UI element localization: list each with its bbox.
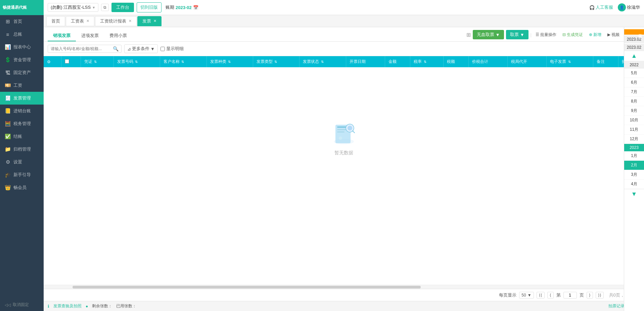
grid-icon[interactable]: ⊞ [466, 32, 471, 38]
month-2022-08[interactable]: 8月 [624, 97, 644, 106]
topbar-right: 🎧 人工客服 👤 徐滋华 [589, 3, 640, 11]
search-box[interactable]: 🔍 [48, 45, 122, 53]
sidebar-pin-toggle[interactable]: ◁◁ 取消固定 [0, 299, 44, 311]
month-2022-07[interactable]: 7月 [624, 87, 644, 97]
close-books-icon: ✅ [5, 133, 11, 140]
take-ticket-button[interactable]: 取票 ▼ [506, 30, 528, 39]
horizontal-scrollbar[interactable] [44, 285, 624, 289]
finance-icon: 💲 [5, 57, 11, 63]
sub-tab-sales-invoice[interactable]: 销项发票 [48, 31, 76, 41]
switch-version-button[interactable]: 切到旧版 [137, 2, 162, 12]
month-2023-02[interactable]: 2月 [624, 161, 644, 170]
col-date: 开票日期 [346, 56, 385, 67]
app-logo: 畅捷通易代账 [0, 0, 44, 15]
invoice-record-link[interactable]: 拍票记录 [608, 303, 625, 309]
sort-icon[interactable]: ⇅ [228, 60, 231, 64]
search-input[interactable] [51, 46, 111, 51]
sort-icon[interactable]: ⇅ [94, 60, 97, 64]
tab-payroll-stats-close-icon[interactable]: ✕ [129, 19, 132, 23]
customer-service-button[interactable]: 🎧 人工客服 [589, 4, 613, 10]
tab-payroll[interactable]: 工资表 ✕ [66, 16, 94, 26]
sort-icon[interactable]: ⇅ [321, 60, 324, 64]
col-tax-office: 税局代开 [508, 56, 547, 67]
scroll-thumb[interactable] [73, 286, 421, 288]
page-size-select[interactable]: 50 ▼ [519, 292, 534, 299]
sidebar-item-sales[interactable]: 📒 进销台账 [0, 105, 44, 117]
year-2023-label: 2023 [624, 144, 644, 151]
col-amount: 金额 [385, 56, 410, 67]
show-detail-checkbox[interactable] [160, 47, 165, 51]
sub-tab-purchase-invoice[interactable]: 进项发票 [76, 31, 104, 41]
add-icon: ⊕ [589, 32, 592, 37]
sidebar-item-reports[interactable]: 📊 报表中心 [0, 41, 44, 53]
sidebar-item-guide[interactable]: 🎓 新手引导 [0, 168, 44, 181]
select-all-checkbox[interactable] [65, 59, 69, 64]
col-settings[interactable]: ⚙ [44, 56, 61, 67]
no-deduct-button[interactable]: 无血取票 ▼ [473, 30, 504, 39]
voucher-icon: ⊟ [562, 32, 566, 37]
headset-icon: 🎧 [589, 5, 595, 10]
first-page-button[interactable]: ⟨⟨ [537, 292, 545, 299]
video-button[interactable]: ▶ 视频 [605, 31, 622, 39]
col-invoice-kind: 发票类型 ⇅ [253, 56, 299, 67]
sidebar-item-tax[interactable]: 🧮 税务管理 [0, 117, 44, 130]
month-2022-05[interactable]: 5月 [624, 69, 644, 78]
ledger-icon: ≡ [5, 32, 11, 37]
gen-voucher-button[interactable]: ⊟ 生成凭证 [560, 31, 585, 39]
sidebar-item-ledger[interactable]: ≡ 总账 [0, 28, 44, 41]
filter-left: 🔍 ⊿ 更多条件 ▼ 显示明细 [48, 44, 184, 53]
tab-invoice-close-icon[interactable]: ✕ [153, 19, 156, 23]
month-2023-01[interactable]: 1月 [624, 151, 644, 161]
company-selector[interactable]: (勿删) 江西股宝-LSS ▼ [48, 3, 98, 12]
tab-invoice[interactable]: 发票 ✕ [137, 16, 162, 26]
sidebar-item-home[interactable]: ⊞ 首页 [0, 15, 44, 28]
filter-icon: ⊿ [127, 46, 131, 51]
sidebar-item-assets[interactable]: 🏗 固定资产 [0, 66, 44, 79]
batch-op-button[interactable]: ☰ 批量操作 [534, 31, 558, 39]
workbench-button[interactable]: 工作台 [111, 3, 134, 12]
new-button[interactable]: ⊕ 新增 [587, 31, 603, 39]
sort-icon[interactable]: ⇅ [274, 60, 277, 64]
month-2022-10[interactable]: 10月 [624, 116, 644, 125]
sort-icon[interactable]: ⇅ [568, 60, 571, 64]
svg-line-7 [353, 131, 355, 133]
sort-icon[interactable]: ⇅ [424, 60, 426, 64]
sidebar-item-invoice[interactable]: 🧾 发票管理 [0, 92, 44, 105]
date-nav-up[interactable]: ▲ [624, 51, 644, 61]
period-display: 账期 2023-02 📅 [166, 4, 198, 10]
open-period-button[interactable]: 开账日期 [624, 29, 644, 35]
next-page-button[interactable]: ⟩ [587, 292, 593, 299]
month-2022-12[interactable]: 12月 [624, 134, 644, 144]
tab-bar: 首页 工资表 ✕ 工资统计报表 ✕ 发票 ✕ [44, 15, 644, 27]
search-icon[interactable]: 🔍 [113, 46, 119, 51]
month-2022-11[interactable]: 11月 [624, 125, 644, 134]
date-nav-down[interactable]: ▼ [624, 189, 644, 199]
sidebar-item-settings[interactable]: ⚙ 设置 [0, 156, 44, 168]
sidebar-item-close[interactable]: ✅ 结账 [0, 130, 44, 143]
sidebar-item-finance[interactable]: 💲 资金管理 [0, 53, 44, 66]
month-2023-04[interactable]: 4月 [624, 180, 644, 189]
copy-button[interactable]: ⧉ [101, 4, 109, 11]
month-2023-03[interactable]: 3月 [624, 170, 644, 180]
sidebar-item-member[interactable]: 👑 畅会员 [0, 181, 44, 194]
check-info-icon: ℹ [48, 304, 49, 309]
sidebar-item-archive[interactable]: 📁 归档管理 [0, 143, 44, 156]
sort-icon[interactable]: ⇅ [135, 60, 138, 64]
show-detail-checkbox-label[interactable]: 显示明细 [160, 46, 184, 52]
month-2022-06[interactable]: 6月 [624, 78, 644, 87]
tab-payroll-close-icon[interactable]: ✕ [86, 19, 89, 23]
more-filter-button[interactable]: ⊿ 更多条件 ▼ [124, 44, 158, 53]
last-page-button[interactable]: ⟩⟩ [596, 292, 604, 299]
col-tax: 税额 [443, 56, 469, 67]
sort-icon[interactable]: ⇅ [181, 60, 184, 64]
tab-home[interactable]: 首页 [46, 16, 65, 26]
sub-tab-expense-receipt[interactable]: 费用小票 [104, 31, 132, 41]
col-checkbox[interactable] [61, 56, 81, 67]
sidebar-item-payroll[interactable]: 💴 工资 [0, 79, 44, 92]
bottom-bar: ℹ 发票查验及拍照 ● 剩余张数： 已用张数： 拍票记录 去充值 [44, 301, 644, 311]
page-number-input[interactable] [563, 292, 577, 299]
user-menu[interactable]: 👤 徐滋华 [618, 3, 640, 11]
tab-payroll-stats[interactable]: 工资统计报表 ✕ [95, 16, 137, 26]
prev-page-button[interactable]: ⟨ [547, 292, 554, 299]
month-2022-09[interactable]: 9月 [624, 106, 644, 116]
